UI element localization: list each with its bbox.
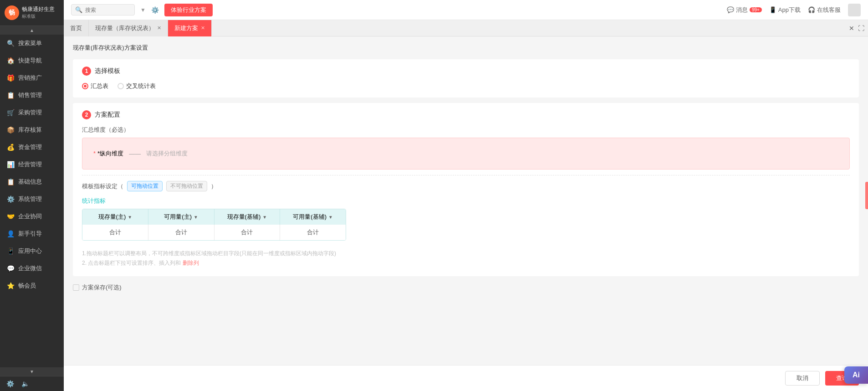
save-option: 方案保存(可选) bbox=[73, 283, 859, 292]
step1-badge: 1 bbox=[82, 67, 91, 76]
avatar[interactable] bbox=[848, 4, 861, 16]
radio-summary-label: 汇总表 bbox=[91, 82, 108, 90]
step2-header: 2 方案配置 bbox=[82, 110, 850, 119]
money-icon: 💰 bbox=[6, 143, 15, 151]
tip2-link[interactable]: 删除列 bbox=[183, 260, 199, 266]
step1-section: 1 选择模板 汇总表 交叉统计表 bbox=[73, 59, 859, 98]
tab-new-plan-label: 新建方案 bbox=[174, 24, 198, 32]
tab-expand-icon[interactable]: ⛶ bbox=[858, 25, 864, 32]
sidebar-item-label: 库存核算 bbox=[18, 126, 42, 134]
cancel-button[interactable]: 取消 bbox=[785, 371, 820, 386]
step2-section: 2 方案配置 汇总维度（必选） **纵向维度 —— 请选择分组维度 模板指标设定… bbox=[73, 103, 859, 276]
stats-col-header-1[interactable]: 可用量(主) ▼ bbox=[148, 209, 214, 225]
message-label: 消息 bbox=[736, 6, 748, 14]
app-download-btn[interactable]: 📱 App下载 bbox=[769, 6, 801, 14]
topbar-search[interactable]: 🔍 bbox=[71, 4, 135, 15]
sidebar-menu: 🔍 搜索菜单 🏠 快捷导航 🎁 营销推广 📋 销售管理 🛒 采购管理 📦 库存核… bbox=[0, 35, 64, 367]
indicator-label-end: ） bbox=[211, 182, 217, 190]
online-service-btn[interactable]: 🎧 在线客服 bbox=[808, 6, 841, 14]
stats-section-label: 统计指标 bbox=[82, 197, 850, 205]
sidebar-item-marketing[interactable]: 🎁 营销推广 bbox=[0, 69, 64, 87]
search-input[interactable] bbox=[85, 7, 122, 13]
sidebar-scroll-down[interactable]: ▼ bbox=[0, 367, 64, 376]
stats-col-header-0[interactable]: 现存量(主) ▼ bbox=[82, 209, 148, 225]
stats-body-1: 合计 bbox=[148, 225, 214, 240]
online-service-label: 在线客服 bbox=[817, 6, 841, 14]
sidebar-item-operations[interactable]: 📊 经营管理 bbox=[0, 156, 64, 173]
col-label-2: 现存量(基辅) bbox=[227, 213, 261, 221]
col-arrow-3[interactable]: ▼ bbox=[328, 215, 333, 220]
dropdown-arrow[interactable]: ▼ bbox=[140, 7, 146, 13]
col-label-1: 可用量(主) bbox=[164, 213, 192, 221]
sidebar-item-wechat[interactable]: 💬 企业微信 bbox=[0, 260, 64, 277]
tab-close-all-icon[interactable]: ✕ bbox=[849, 25, 854, 32]
sidebar-item-new-user[interactable]: 👤 新手引导 bbox=[0, 225, 64, 242]
dimension-label: 汇总维度（必选） bbox=[82, 126, 850, 134]
tab-new-plan[interactable]: 新建方案 ✕ bbox=[168, 20, 212, 36]
star-icon: ⭐ bbox=[6, 282, 15, 290]
handshake-icon: 🤝 bbox=[6, 212, 15, 221]
sidebar-item-label: 快捷导航 bbox=[18, 57, 42, 65]
col-label-0: 现存量(主) bbox=[98, 213, 126, 221]
ai-fab[interactable]: Ai bbox=[844, 366, 868, 384]
sidebar-scroll-up[interactable]: ▲ bbox=[0, 26, 64, 35]
col-arrow-1[interactable]: ▼ bbox=[194, 215, 198, 220]
logo-icon: 畅 bbox=[5, 5, 19, 20]
col-arrow-0[interactable]: ▼ bbox=[128, 215, 132, 220]
radio-cross-circle bbox=[117, 83, 124, 89]
sidebar-item-label: 经营管理 bbox=[18, 160, 42, 169]
app-name: 畅康通好生意 bbox=[22, 6, 55, 13]
radio-summary-circle bbox=[82, 83, 88, 89]
fixed-badge: 不可拖动位置 bbox=[166, 181, 207, 191]
sidebar-item-search-menu[interactable]: 🔍 搜索菜单 bbox=[0, 35, 64, 52]
stats-col-header-2[interactable]: 现存量(基辅) ▼ bbox=[214, 209, 281, 225]
sidebar-item-quick-nav[interactable]: 🏠 快捷导航 bbox=[0, 52, 64, 69]
sidebar-item-label: 搜索菜单 bbox=[18, 39, 42, 47]
step1-title: 选择模板 bbox=[95, 67, 120, 75]
sidebar-item-sales[interactable]: 📋 销售管理 bbox=[0, 87, 64, 104]
sidebar-item-label: 畅会员 bbox=[18, 282, 36, 290]
sidebar-item-basic-info[interactable]: 📋 基础信息 bbox=[0, 173, 64, 190]
tips-section: 1.拖动标题栏可以调整布局，不可跨维度或指标区域拖动栏目字段(只能在同一维度或指… bbox=[82, 250, 850, 267]
sidebar-item-inventory[interactable]: 📦 库存核算 bbox=[0, 121, 64, 139]
tip2-prefix: 2. 点击标题栏下拉可设置排序、插入列和 bbox=[82, 260, 181, 266]
tab-new-plan-close[interactable]: ✕ bbox=[201, 25, 205, 31]
app-download-label: App下载 bbox=[778, 6, 801, 14]
sidebar-item-enterprise[interactable]: 🤝 企业协同 bbox=[0, 208, 64, 225]
radio-cross[interactable]: 交叉统计表 bbox=[117, 82, 156, 90]
sidebar-item-system[interactable]: ⚙️ 系统管理 bbox=[0, 190, 64, 208]
tab-inventory-close[interactable]: ✕ bbox=[157, 25, 161, 31]
stats-col-header-3[interactable]: 可用量(基辅) ▼ bbox=[280, 209, 346, 225]
tab-home[interactable]: 首页 bbox=[64, 20, 89, 36]
col-arrow-2[interactable]: ▼ bbox=[262, 215, 267, 220]
sidebar-item-purchase[interactable]: 🛒 采购管理 bbox=[0, 104, 64, 121]
tab-inventory-label: 现存量（库存状况表） bbox=[95, 24, 154, 32]
sidebar-logo: 畅 畅康通好生意 标准版 bbox=[0, 0, 64, 26]
sidebar-item-label: 新手引导 bbox=[18, 230, 42, 238]
tab-home-label: 首页 bbox=[70, 24, 82, 32]
volume-icon[interactable]: 🔈 bbox=[21, 380, 29, 387]
trial-btn[interactable]: 体验行业方案 bbox=[164, 4, 213, 16]
info-icon: 📋 bbox=[6, 178, 15, 186]
right-scroll-handle[interactable] bbox=[865, 182, 868, 209]
stats-table-header: 现存量(主) ▼ 可用量(主) ▼ 现存量(基辅) ▼ 可用量(基辅) ▼ bbox=[82, 209, 346, 225]
indicator-label-prefix: 模板指标设定（ bbox=[82, 182, 123, 190]
tabbar-right: ✕ ⛶ bbox=[849, 25, 868, 32]
gift-icon: 🎁 bbox=[6, 74, 15, 82]
sidebar-item-member[interactable]: ⭐ 畅会员 bbox=[0, 277, 64, 294]
section-divider bbox=[82, 175, 850, 175]
messages-btn[interactable]: 💬 消息 99+ bbox=[727, 6, 762, 14]
tab-inventory-status[interactable]: 现存量（库存状况表） ✕ bbox=[89, 20, 168, 36]
sidebar-item-label: 系统管理 bbox=[18, 195, 42, 203]
sidebar-item-finance[interactable]: 💰 资金管理 bbox=[0, 139, 64, 156]
tip2: 2. 点击标题栏下拉可设置排序、插入列和 删除列 bbox=[82, 259, 850, 267]
settings-icon[interactable]: ⚙️ bbox=[6, 380, 14, 387]
save-checkbox[interactable] bbox=[73, 284, 79, 291]
chat-icon: 💬 bbox=[6, 264, 15, 273]
dim-dash: —— bbox=[129, 150, 141, 157]
topbar-gear-icon[interactable]: ⚙️ bbox=[151, 6, 159, 14]
radio-summary[interactable]: 汇总表 bbox=[82, 82, 108, 90]
footer: 取消 查询 bbox=[64, 365, 868, 391]
sidebar-item-label: 企业协同 bbox=[18, 212, 42, 221]
sidebar-item-app-center[interactable]: 📱 应用中心 bbox=[0, 242, 64, 260]
